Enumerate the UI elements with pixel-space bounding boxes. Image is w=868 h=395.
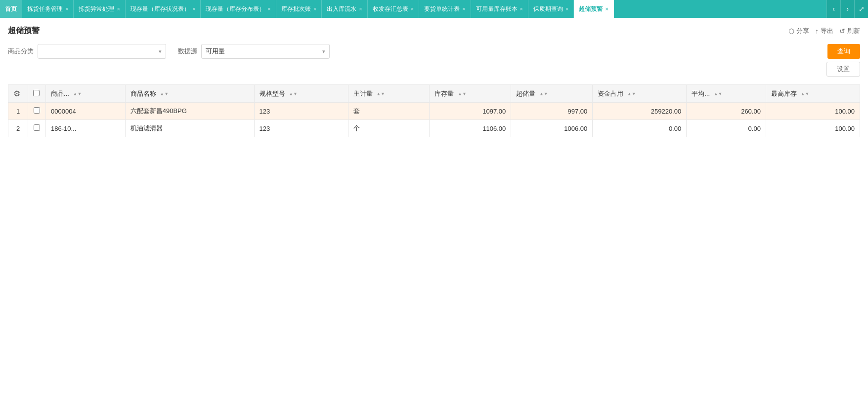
data-table: ⚙ 商品... ▲▼ 商品名称 ▲▼ 规格型号 ▲▼ 主计: [8, 84, 860, 137]
nav-tab-tab-3[interactable]: 现存量（库存状况表）×: [126, 0, 201, 18]
datasource-filter: 数据源 可用量 ▾: [178, 44, 330, 59]
th-sku-sort-icon: ▲▼: [73, 92, 82, 96]
row-avg: 260.00: [687, 103, 766, 120]
nav-tab-tab-11[interactable]: 超储预警×: [574, 0, 613, 18]
th-capital-label: 资金占用: [598, 90, 623, 97]
row-capital: 0.00: [593, 120, 687, 137]
th-overstock-sort-icon: ▲▼: [539, 92, 548, 96]
th-name[interactable]: 商品名称 ▲▼: [125, 85, 254, 103]
th-sku-label: 商品...: [51, 90, 69, 97]
row-name: 六配套新昌490BPG: [125, 103, 254, 120]
nav-tab-tab-7[interactable]: 收发存汇总表×: [368, 0, 419, 18]
row-checkbox[interactable]: [34, 107, 40, 114]
row-avg: 0.00: [687, 120, 766, 137]
th-stock[interactable]: 库存量 ▲▼: [430, 85, 511, 103]
th-capital[interactable]: 资金占用 ▲▼: [593, 85, 687, 103]
refresh-action[interactable]: ↺ 刷新: [839, 27, 860, 36]
row-overstock: 997.00: [511, 103, 593, 120]
export-action[interactable]: ↑ 导出: [815, 27, 833, 36]
close-tab-icon[interactable]: ×: [117, 6, 120, 12]
th-sku[interactable]: 商品... ▲▼: [46, 85, 126, 103]
nav-bar: 首页 拣货任务管理×拣货异常处理×现存量（库存状况表）×现存量（库存分布表）×库…: [0, 0, 868, 18]
settings-gear-icon[interactable]: ⚙: [13, 89, 20, 98]
th-avg[interactable]: 平均... ▲▼: [687, 85, 766, 103]
select-all-checkbox[interactable]: [33, 90, 40, 96]
close-tab-icon[interactable]: ×: [411, 6, 414, 12]
th-settings: ⚙: [8, 85, 28, 103]
page-header: 超储预警 ⬡ 分享 ↑ 导出 ↺ 刷新: [8, 26, 860, 36]
datasource-select[interactable]: 可用量 ▾: [201, 44, 330, 59]
close-tab-icon[interactable]: ×: [605, 6, 608, 12]
category-select[interactable]: ▾: [38, 44, 166, 59]
close-tab-icon[interactable]: ×: [359, 6, 362, 12]
row-sku: 186-10...: [46, 120, 126, 137]
row-checkbox-cell: [28, 120, 46, 137]
row-unit: 套: [348, 103, 430, 120]
settings-button[interactable]: 设置: [826, 62, 860, 77]
page-content: 超储预警 ⬡ 分享 ↑ 导出 ↺ 刷新 商品分类 ▾: [0, 18, 868, 395]
nav-tab-tab-5[interactable]: 库存批次账×: [276, 0, 322, 18]
close-tab-icon[interactable]: ×: [565, 6, 568, 12]
th-name-sort-icon: ▲▼: [160, 92, 169, 96]
nav-tab-tab-8[interactable]: 要货单统计表×: [419, 0, 471, 18]
datasource-arrow-icon: ▾: [322, 48, 325, 55]
th-overstock-label: 超储量: [516, 90, 535, 97]
category-arrow-icon: ▾: [159, 48, 162, 55]
close-tab-icon[interactable]: ×: [313, 6, 316, 12]
row-spec: 123: [254, 103, 348, 120]
th-stock-label: 库存量: [434, 90, 454, 97]
row-maxstock: 100.00: [766, 103, 860, 120]
th-unit[interactable]: 主计量 ▲▼: [348, 85, 430, 103]
th-checkbox: [28, 85, 46, 103]
th-spec-label: 规格型号: [260, 90, 285, 97]
th-spec-sort-icon: ▲▼: [289, 92, 298, 96]
row-spec: 123: [254, 120, 348, 137]
nav-home[interactable]: 首页: [0, 0, 22, 18]
category-filter: 商品分类 ▾: [8, 44, 166, 59]
th-spec[interactable]: 规格型号 ▲▼: [254, 85, 348, 103]
nav-expand-arrow[interactable]: ⤢: [854, 0, 868, 18]
close-tab-icon[interactable]: ×: [267, 6, 270, 12]
close-tab-icon[interactable]: ×: [65, 6, 68, 12]
th-avg-label: 平均...: [692, 90, 710, 97]
row-stock: 1106.00: [430, 120, 511, 137]
row-sku: 0000004: [46, 103, 126, 120]
row-name: 机油滤清器: [125, 120, 254, 137]
close-tab-icon[interactable]: ×: [520, 6, 523, 12]
th-avg-sort-icon: ▲▼: [714, 92, 723, 96]
datasource-value: 可用量: [206, 47, 225, 56]
nav-tab-tab-6[interactable]: 出入库流水×: [322, 0, 367, 18]
th-capital-sort-icon: ▲▼: [627, 92, 636, 96]
nav-prev-arrow[interactable]: ‹: [826, 0, 840, 18]
close-tab-icon[interactable]: ×: [462, 6, 465, 12]
th-name-label: 商品名称: [130, 90, 156, 97]
table-row: 2 186-10... 机油滤清器 123 个 1106.00 1006.00 …: [8, 120, 860, 137]
nav-tab-tab-2[interactable]: 拣货异常处理×: [74, 0, 125, 18]
row-num: 2: [8, 120, 28, 137]
header-actions: ⬡ 分享 ↑ 导出 ↺ 刷新: [788, 27, 860, 36]
th-overstock[interactable]: 超储量 ▲▼: [511, 85, 593, 103]
table-header-row: ⚙ 商品... ▲▼ 商品名称 ▲▼ 规格型号 ▲▼ 主计: [8, 85, 860, 103]
nav-next-arrow[interactable]: ›: [840, 0, 854, 18]
page-title: 超储预警: [8, 26, 40, 36]
nav-tab-tab-10[interactable]: 保质期查询×: [528, 0, 574, 18]
export-icon: ↑: [815, 27, 819, 35]
filter-buttons: 查询 设置: [826, 44, 860, 77]
share-action[interactable]: ⬡ 分享: [788, 27, 809, 36]
th-maxstock-sort-icon: ▲▼: [801, 92, 810, 96]
query-button[interactable]: 查询: [827, 44, 860, 59]
row-stock: 1097.00: [430, 103, 511, 120]
nav-tab-tab-4[interactable]: 现存量（库存分布表）×: [201, 0, 276, 18]
category-label: 商品分类: [8, 47, 34, 56]
row-checkbox[interactable]: [34, 124, 40, 131]
datasource-label: 数据源: [178, 47, 197, 56]
close-tab-icon[interactable]: ×: [192, 6, 195, 12]
th-maxstock-label: 最高库存: [771, 90, 797, 97]
th-unit-sort-icon: ▲▼: [376, 92, 385, 96]
row-maxstock: 100.00: [766, 120, 860, 137]
nav-tab-tab-1[interactable]: 拣货任务管理×: [22, 0, 74, 18]
th-maxstock[interactable]: 最高库存 ▲▼: [766, 85, 860, 103]
nav-arrows: ‹ › ⤢: [826, 0, 868, 18]
nav-tab-tab-9[interactable]: 可用量库存账本×: [471, 0, 528, 18]
row-capital: 259220.00: [593, 103, 687, 120]
